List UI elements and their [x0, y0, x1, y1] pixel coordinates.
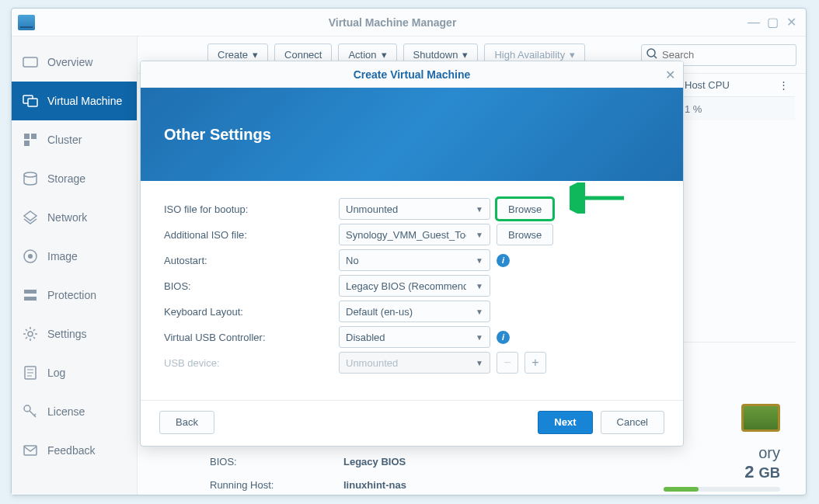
svg-point-18 — [647, 49, 655, 57]
svg-rect-3 — [24, 134, 30, 139]
sidebar-label: Log — [47, 367, 65, 379]
svg-rect-5 — [24, 141, 30, 146]
sidebar-label: Network — [47, 211, 87, 224]
sidebar-item-log[interactable]: Log — [12, 353, 137, 392]
row-keyboard-layout: Keyboard Layout: Default (en-us)▼ — [164, 299, 660, 324]
svg-rect-9 — [24, 290, 37, 294]
svg-point-6 — [24, 172, 37, 177]
chevron-down-icon: ▾ — [253, 49, 258, 61]
vm-icon — [23, 93, 38, 109]
chevron-down-icon: ▾ — [462, 49, 468, 61]
background-details: BIOS:Legacy BIOS Running Host:linuxhint-… — [210, 450, 406, 497]
chevron-down-icon: ▼ — [476, 205, 483, 214]
window-title: Virtual Machine Manager — [41, 16, 744, 29]
image-icon — [23, 249, 38, 264]
memory-bar — [664, 487, 780, 492]
close-icon[interactable]: ✕ — [665, 68, 675, 82]
column-header-host-cpu[interactable]: Host CPU ⋮ — [678, 74, 795, 97]
network-icon — [23, 210, 38, 225]
sidebar-item-license[interactable]: License — [12, 392, 137, 431]
chevron-down-icon: ▾ — [382, 49, 387, 61]
remove-usb-button: − — [497, 352, 518, 374]
running-host-value: linuxhint-nas — [343, 479, 406, 491]
svg-rect-2 — [28, 99, 37, 106]
chevron-down-icon: ▼ — [476, 282, 483, 290]
sidebar-label: Settings — [47, 328, 87, 340]
bios-label: BIOS: — [164, 280, 339, 292]
modal-banner: Other Settings — [141, 88, 683, 181]
back-button[interactable]: Back — [159, 411, 214, 434]
modal-section-title: Other Settings — [164, 126, 271, 144]
close-button[interactable]: ✕ — [782, 14, 800, 31]
chevron-down-icon: ▼ — [476, 333, 483, 342]
additional-iso-select[interactable]: Synology_VMM_Guest_Tool▼ — [339, 224, 490, 245]
sidebar-item-image[interactable]: Image — [12, 237, 137, 276]
maximize-button[interactable]: ▢ — [764, 14, 781, 31]
overview-icon — [23, 54, 38, 70]
iso-bootup-browse-button[interactable]: Browse — [497, 198, 553, 220]
keyboard-layout-select[interactable]: Default (en-us)▼ — [339, 301, 490, 322]
chevron-down-icon: ▼ — [476, 231, 483, 239]
sidebar-label: License — [47, 405, 85, 418]
cluster-icon — [23, 132, 38, 148]
sidebar-item-settings[interactable]: Settings — [12, 315, 137, 353]
bios-value: Legacy BIOS — [343, 456, 406, 468]
row-virtual-usb: Virtual USB Controller: Disabled▼ i — [164, 325, 660, 349]
virtual-usb-label: Virtual USB Controller: — [164, 332, 339, 343]
modal-title: Create Virtual Machine — [354, 68, 471, 81]
chevron-down-icon: ▼ — [476, 308, 483, 316]
protection-icon — [23, 287, 38, 303]
virtual-usb-select[interactable]: Disabled▼ — [339, 326, 490, 348]
row-iso-bootup: ISO file for bootup: Unmounted▼ Browse — [164, 196, 660, 221]
sidebar-item-virtual-machine[interactable]: Virtual Machine — [12, 82, 137, 120]
more-icon[interactable]: ⋮ — [779, 79, 789, 91]
svg-point-8 — [28, 254, 33, 259]
info-icon[interactable]: i — [497, 331, 510, 344]
additional-iso-label: Additional ISO file: — [164, 229, 339, 241]
sidebar-label: Feedback — [47, 444, 95, 457]
sidebar-label: Image — [47, 250, 78, 262]
search-input[interactable] — [662, 49, 793, 61]
running-host-label: Running Host: — [210, 474, 343, 497]
next-button[interactable]: Next — [538, 411, 592, 434]
keyboard-layout-label: Keyboard Layout: — [164, 306, 339, 318]
sidebar-item-storage[interactable]: Storage — [12, 159, 137, 198]
sidebar-label: Storage — [47, 172, 85, 185]
row-autostart: Autostart: No▼ i — [164, 248, 660, 273]
sidebar-label: Overview — [47, 56, 92, 68]
usb-device-label: USB device: — [164, 357, 339, 369]
modal-footer: Back Next Cancel — [141, 400, 683, 443]
sidebar-item-overview[interactable]: Overview — [12, 43, 137, 82]
svg-point-11 — [28, 332, 33, 336]
autostart-select[interactable]: No▼ — [339, 249, 490, 271]
envelope-icon — [23, 443, 38, 458]
chevron-down-icon: ▼ — [476, 256, 483, 265]
column-value-host-cpu: 1 % — [678, 97, 795, 120]
bios-select[interactable]: Legacy BIOS (Recommended)▼ — [339, 275, 490, 297]
sidebar-item-feedback[interactable]: Feedback — [12, 431, 137, 470]
row-bios: BIOS: Legacy BIOS (Recommended)▼ — [164, 273, 660, 298]
svg-line-19 — [654, 56, 657, 58]
svg-rect-0 — [23, 57, 37, 67]
svg-rect-4 — [31, 134, 37, 139]
sidebar-label: Protection — [47, 289, 96, 301]
info-icon[interactable]: i — [497, 254, 510, 267]
memory-title: ory — [664, 444, 780, 462]
cancel-button[interactable]: Cancel — [601, 411, 664, 434]
chip-icon — [741, 404, 780, 432]
sidebar-item-network[interactable]: Network — [12, 198, 137, 237]
sidebar-item-cluster[interactable]: Cluster — [12, 120, 137, 159]
sidebar-item-protection[interactable]: Protection — [12, 276, 137, 315]
bios-label: BIOS: — [210, 450, 343, 474]
storage-icon — [23, 171, 38, 186]
usb-device-select: Unmounted▼ — [339, 352, 490, 374]
key-icon — [23, 404, 38, 419]
iso-bootup-select[interactable]: Unmounted▼ — [339, 198, 490, 220]
memory-value: 2 GB — [664, 462, 780, 482]
additional-iso-browse-button[interactable]: Browse — [497, 224, 553, 245]
row-usb-device: USB device: Unmounted▼ − + — [164, 350, 660, 375]
minimize-button[interactable]: — — [745, 14, 762, 31]
add-usb-button[interactable]: + — [525, 352, 546, 374]
modal-header: Create Virtual Machine ✕ — [141, 61, 683, 88]
chevron-down-icon: ▼ — [476, 359, 483, 367]
